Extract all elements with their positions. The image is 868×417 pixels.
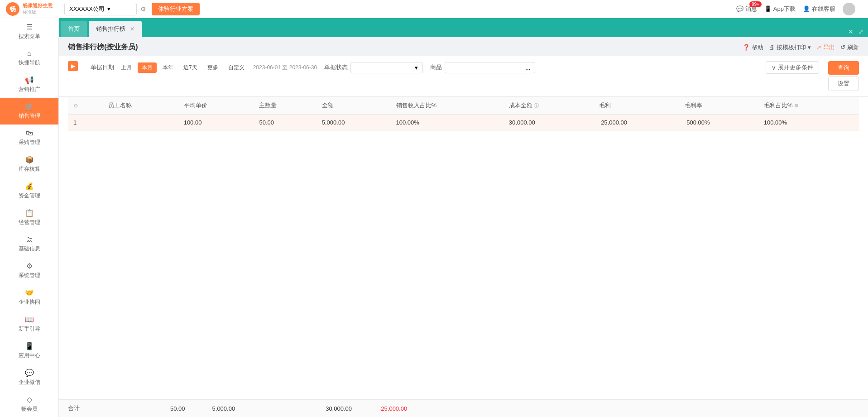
help-label: 帮助 <box>752 43 763 52</box>
sidebar-item-guide[interactable]: 📖 新手引导 <box>0 311 58 337</box>
footer-cost: 30,000.00 <box>326 405 352 412</box>
sidebar-item-wechat[interactable]: 💬 企业微信 <box>0 364 58 391</box>
date-tab-this-month[interactable]: 本月 <box>138 62 157 73</box>
table-header-row: ⚙ 员工名称 平均单价 主数量 全额 销售收入占比% 成本全额 ⓘ 毛利 毛利率 <box>68 97 859 115</box>
sidebar-item-member[interactable]: ◇ 畅会员 <box>0 391 58 417</box>
date-label: 单据日期 <box>91 63 114 72</box>
expand-more-btn[interactable]: ∨ 展开更多条件 <box>766 61 819 74</box>
print-dropdown-icon: ▾ <box>808 44 811 51</box>
expand-label: 展开更多条件 <box>778 63 813 72</box>
message-icon: 💬 <box>736 5 743 12</box>
tab-bar-right: ✕ ⤢ <box>848 28 868 37</box>
cell-amount: 5,000.00 <box>317 115 391 131</box>
sidebar-item-base[interactable]: 🗂 基础信息 <box>0 231 58 257</box>
inner-card: ▶ 单据日期 上月 本月 本年 近7天 <box>59 56 868 417</box>
date-tab-more[interactable]: 更多 <box>203 62 222 73</box>
service-icon: 👤 <box>803 5 810 12</box>
table-row: 1 100.00 50.00 5,000.00 100.00% 30,000.0… <box>68 115 859 131</box>
sidebar-label-nav: 快捷导航 <box>19 59 40 67</box>
query-btn[interactable]: 查询 <box>828 61 859 75</box>
print-btn[interactable]: 🖨 按模板打印 ▾ <box>769 43 811 52</box>
sidebar-item-marketing[interactable]: 📢 营销推广 <box>0 71 58 98</box>
refresh-btn[interactable]: ↺ 刷新 <box>840 43 859 52</box>
sidebar-label-purchase: 采购管理 <box>19 139 40 146</box>
filter-arrow[interactable]: ▶ <box>68 61 78 71</box>
app-icon: 📱 <box>764 5 772 12</box>
th-settings[interactable]: ⚙ <box>68 97 103 115</box>
table-container: ⚙ 员工名称 平均单价 主数量 全额 销售收入占比% 成本全额 ⓘ 毛利 毛利率 <box>59 97 868 399</box>
service-label: 在线客服 <box>812 5 835 13</box>
th-name: 员工名称 <box>103 97 178 115</box>
sidebar-label-member: 畅会员 <box>21 405 38 413</box>
footer-amount: 5,000.00 <box>212 405 235 412</box>
sidebar-item-finance[interactable]: 💰 资金管理 <box>0 177 58 204</box>
chevron-down-icon: ∨ <box>772 64 776 71</box>
company-dropdown-icon: ▾ <box>107 5 110 12</box>
tab-minimize-icon[interactable]: ✕ <box>848 28 854 35</box>
sidebar-item-operation[interactable]: 📋 经营管理 <box>0 204 58 231</box>
status-select[interactable]: ▾ <box>350 62 423 73</box>
date-tab-this-year[interactable]: 本年 <box>158 62 177 73</box>
data-table: ⚙ 员工名称 平均单价 主数量 全额 销售收入占比% 成本全额 ⓘ 毛利 毛利率 <box>68 97 859 131</box>
date-filter-group: 单据日期 上月 本月 本年 近7天 更多 自定义 <box>91 62 317 73</box>
th-sales-pct: 销售收入占比% <box>391 97 504 115</box>
company-selector[interactable]: XXXXXX公司 ▾ <box>64 3 137 15</box>
goods-label: 商品 <box>430 63 442 72</box>
tab-maximize-icon[interactable]: ⤢ <box>858 28 863 35</box>
tab-sales-rank-label: 销售排行榜 <box>96 25 125 33</box>
sidebar-item-system[interactable]: ⚙ 系统管理 <box>0 257 58 284</box>
sidebar-item-sales[interactable]: 🛒 销售管理 <box>0 98 58 125</box>
avatar[interactable] <box>843 3 855 15</box>
cell-cost: 30,000.00 <box>504 115 594 131</box>
goods-input[interactable]: ... <box>445 62 535 73</box>
tab-sales-rank[interactable]: 销售排行榜 ✕ <box>89 21 142 37</box>
enterprise-icon: 🤝 <box>25 288 34 297</box>
sidebar-item-app[interactable]: 📱 应用中心 <box>0 337 58 364</box>
tab-home[interactable]: 首页 <box>61 21 87 37</box>
wechat-icon: 💬 <box>25 369 34 377</box>
setting-btn[interactable]: 设置 <box>828 77 859 91</box>
export-btn[interactable]: ↗ 导出 <box>816 43 835 52</box>
goods-filter-group: 商品 ... <box>430 62 535 73</box>
page-header: 销售排行榜(按业务员) ❓ 帮助 🖨 按模板打印 ▾ ↗ <box>59 37 868 56</box>
search-menu-icon: ☰ <box>26 23 33 31</box>
sidebar-label-system: 系统管理 <box>19 272 40 279</box>
sidebar-item-nav[interactable]: ⌂ 快捷导航 <box>0 45 58 71</box>
service-item[interactable]: 👤 在线客服 <box>803 5 835 13</box>
date-tab-custom[interactable]: 自定义 <box>224 62 249 73</box>
sidebar-label-inventory: 库存核算 <box>19 165 40 173</box>
sidebar-label-guide: 新手引导 <box>19 325 40 333</box>
sidebar-item-search[interactable]: ☰ 搜索菜单 <box>0 18 58 45</box>
settings-icon[interactable]: ⚙ <box>140 5 146 13</box>
footer-profit: -25,000.00 <box>379 405 407 412</box>
sidebar-item-enterprise[interactable]: 🤝 企业协同 <box>0 284 58 311</box>
cell-profit-rate: -500.00% <box>679 115 758 131</box>
trial-btn[interactable]: 体验行业方案 <box>152 3 200 15</box>
help-btn[interactable]: ❓ 帮助 <box>743 43 763 52</box>
app-download-item[interactable]: 📱 App下载 <box>764 5 796 13</box>
refresh-icon: ↺ <box>840 44 845 51</box>
sidebar-label-finance: 资金管理 <box>19 192 40 200</box>
sidebar: ☰ 搜索菜单 ⌂ 快捷导航 📢 营销推广 🛒 销售管理 🛍 采购管理 📦 库 <box>0 18 59 417</box>
sidebar-item-purchase[interactable]: 🛍 采购管理 <box>0 125 58 151</box>
print-icon: 🖨 <box>769 44 775 51</box>
top-actions: 体验行业方案 <box>152 3 200 15</box>
message-item[interactable]: 💬 消息 99+ <box>736 5 757 13</box>
th-cost: 成本全额 ⓘ <box>504 97 594 115</box>
cell-sales-pct: 100.00% <box>391 115 504 131</box>
footer-qty: 50.00 <box>170 405 185 412</box>
print-label: 按模板打印 <box>777 43 806 52</box>
tab-close-icon[interactable]: ✕ <box>130 26 134 32</box>
date-tab-7days[interactable]: 近7天 <box>179 62 201 73</box>
cell-name <box>103 115 178 131</box>
date-tab-last-month[interactable]: 上月 <box>117 62 136 73</box>
logo-text2: 标准版 <box>23 9 53 15</box>
sidebar-item-inventory[interactable]: 📦 库存核算 <box>0 151 58 177</box>
filter-row: ▶ 单据日期 上月 本月 本年 近7天 <box>68 61 859 91</box>
system-icon: ⚙ <box>26 262 33 270</box>
logo-text1: 畅康通好生意 <box>23 2 53 9</box>
inventory-icon: 📦 <box>25 155 34 164</box>
sidebar-label-app: 应用中心 <box>19 352 40 359</box>
status-filter-group: 单据状态 ▾ <box>324 62 423 73</box>
page-content: 销售排行榜(按业务员) ❓ 帮助 🖨 按模板打印 ▾ ↗ <box>59 37 868 417</box>
